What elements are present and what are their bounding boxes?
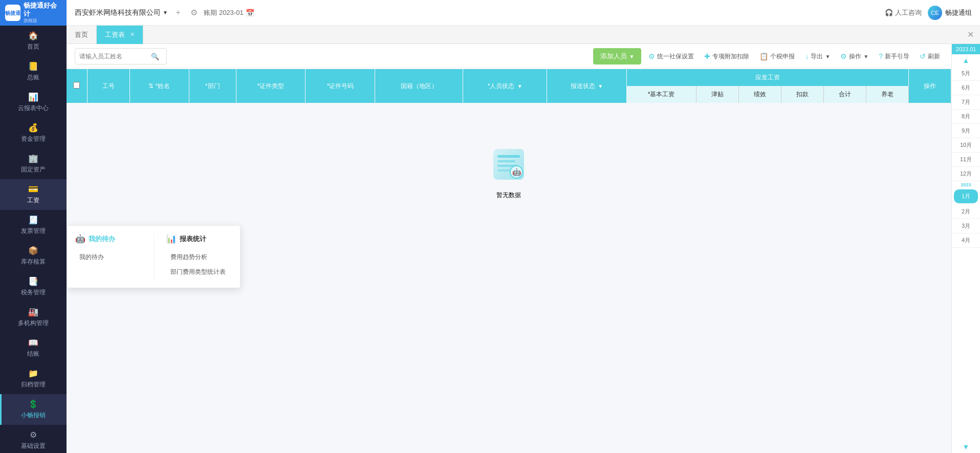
timeline-sep[interactable]: 9月 — [952, 124, 980, 138]
toolbar: 🔍 添加人员 ▼ ⚙ 统一社保设置 ✚ 专项附加扣除 📋 个税申报 — [67, 44, 951, 69]
social-insurance-label: 统一社保设置 — [657, 52, 694, 61]
timeline-apr[interactable]: 4月 — [952, 233, 980, 248]
timeline-feb[interactable]: 2月 — [952, 205, 980, 219]
operation-icon: ⚙ — [840, 52, 847, 60]
th-send-status: 报送状态 ▼ — [547, 69, 626, 103]
username-label: 畅捷通组 — [945, 8, 972, 17]
sidebar-item-home[interactable]: 🏠 首页 — [0, 26, 67, 56]
popup-menu[interactable]: 🤖 我的待办 我的待办 📊 报表统计 费用趋势分析 部门费用类型统计表 — [67, 225, 241, 288]
th-total: 合计 — [823, 86, 866, 103]
sidebar-item-finance[interactable]: 💰 资金管理 — [0, 118, 67, 148]
refresh-icon: ↺ — [920, 52, 926, 60]
sidebar-label-invoice: 发票管理 — [21, 227, 46, 235]
settings-icon: ⚙ — [30, 430, 37, 440]
sidebar-item-ledger[interactable]: 📒 总账 — [0, 56, 67, 87]
search-input[interactable] — [79, 53, 151, 60]
topbar-settings-icon[interactable]: ⚙ — [190, 8, 198, 17]
topbar-right: 🎧 人工咨询 CE 畅捷通组 — [885, 6, 972, 20]
inventory-icon: 📦 — [28, 246, 38, 255]
topbar: 西安虾米网络科技有限公司 ▼ ＋ ⚙ 账期 2023-01 📅 🎧 人工咨询 C… — [67, 0, 980, 26]
service-btn[interactable]: 🎧 人工咨询 — [885, 8, 922, 17]
sidebar-item-close[interactable]: 📖 结账 — [0, 333, 67, 363]
table-body: 🤖 暂无数据 — [67, 103, 951, 241]
popup-report-item-1[interactable]: 费用趋势分析 — [166, 250, 232, 265]
th-checkbox[interactable] — [67, 69, 87, 103]
sidebar-item-reports[interactable]: 📊 云报表中心 — [0, 87, 67, 118]
th-total-label: 合计 — [839, 91, 851, 98]
timeline-mar[interactable]: 3月 — [952, 219, 980, 233]
tab-home[interactable]: 首页 — [67, 26, 97, 44]
guide-action-label: 新手引导 — [885, 52, 909, 61]
export-btn[interactable]: ↓ 导出 ▼ — [802, 52, 833, 61]
year-2023-label: 2023 — [952, 181, 980, 188]
sidebar-item-inventory[interactable]: 📦 库存核算 — [0, 241, 67, 271]
sidebar-label-salary: 工资 — [27, 196, 39, 205]
company-dropdown-icon[interactable]: ▼ — [163, 10, 168, 15]
th-send-status-label: 报送状态 — [571, 82, 595, 90]
sidebar-item-archive[interactable]: 📁 归档管理 — [0, 363, 67, 394]
th-allowance: 津贴 — [696, 86, 738, 103]
th-name-label: *姓名 — [156, 82, 170, 90]
timeline-jan-active[interactable]: 1月 — [954, 189, 978, 204]
timeline-may[interactable]: 5月 — [952, 67, 980, 81]
salary-icon: 💳 — [28, 184, 38, 194]
special-deduction-label: 专项附加扣除 — [712, 52, 749, 61]
archive-icon: 📁 — [28, 369, 38, 378]
sidebar-item-invoice[interactable]: 🧾 发票管理 — [0, 210, 67, 241]
tab-close-icon[interactable]: ✕ — [130, 31, 135, 38]
tab-salary-label: 工资表 — [105, 30, 125, 39]
timeline-up-btn[interactable]: ▲ — [952, 54, 980, 67]
table-header-row-1: 工号 ⇅ *姓名 *部门 *证件类型 — [67, 69, 951, 86]
add-person-button[interactable]: 添加人员 ▼ — [593, 48, 641, 64]
social-insurance-btn[interactable]: ⚙ 统一社保设置 — [645, 52, 697, 61]
sidebar-item-tax[interactable]: 📑 税务管理 — [0, 271, 67, 302]
tax-report-btn[interactable]: 📋 个税申报 — [756, 52, 798, 61]
sidebar-item-multi-org[interactable]: 🏭 多机构管理 — [0, 302, 67, 333]
sidebar-item-settings[interactable]: ⚙ 基础设置 — [0, 425, 67, 453]
sidebar-label-settings: 基础设置 — [21, 442, 46, 450]
finance-icon: 💰 — [28, 123, 38, 133]
sidebar-item-expense[interactable]: 💲 小畅报销 — [0, 394, 67, 425]
timeline-dec[interactable]: 12月 — [952, 167, 980, 181]
search-icon[interactable]: 🔍 — [151, 53, 159, 60]
timeline-down-btn[interactable]: ▼ — [952, 441, 980, 453]
calendar-icon[interactable]: 📅 — [246, 9, 254, 17]
refresh-btn[interactable]: ↺ 刷新 — [917, 52, 943, 61]
select-all-checkbox[interactable] — [73, 82, 80, 89]
timeline: 2023.01 ▲ 5月 6月 7月 8月 9月 — [951, 44, 980, 453]
special-deduction-btn[interactable]: ✚ 专项附加扣除 — [701, 52, 752, 61]
timeline-oct[interactable]: 10月 — [952, 138, 980, 153]
operation-btn[interactable]: ⚙ 操作 ▼ — [837, 52, 872, 61]
close-tab-btn[interactable]: ✕ — [961, 30, 980, 39]
user-area[interactable]: CE 畅捷通组 — [928, 6, 972, 20]
guide-btn[interactable]: ? 新手引导 — [876, 52, 912, 61]
timeline-jul[interactable]: 7月 — [952, 95, 980, 110]
status-filter-icon[interactable]: ▼ — [517, 83, 522, 89]
sidebar-item-assets[interactable]: 🏢 固定资产 — [0, 148, 67, 179]
th-work-no-label: 工号 — [102, 82, 115, 90]
topbar-plus-icon[interactable]: ＋ — [174, 7, 182, 18]
social-insurance-icon: ⚙ — [648, 52, 655, 60]
th-status: *人员状态 ▼ — [463, 69, 547, 103]
sidebar-item-salary[interactable]: 💳 工资 — [0, 179, 67, 210]
popup-col-reports: 📊 报表统计 费用趋势分析 部门费用类型统计表 — [166, 234, 232, 279]
search-box: 🔍 — [75, 48, 167, 64]
popup-report-item-2[interactable]: 部门费用类型统计表 — [166, 265, 232, 279]
send-filter-icon[interactable]: ▼ — [598, 83, 603, 89]
th-base-salary: *基本工资 — [626, 86, 696, 103]
sort-icon[interactable]: ⇅ — [148, 82, 154, 90]
company-name[interactable]: 西安虾米网络科技有限公司 ▼ — [75, 8, 168, 17]
timeline-jun[interactable]: 6月 — [952, 81, 980, 95]
popup-todo-item-1[interactable]: 我的待办 — [75, 250, 141, 265]
logo-icon: 畅捷通 — [5, 5, 20, 21]
empty-state: 🤖 暂无数据 — [67, 103, 951, 241]
th-id-no: *证件号码 — [306, 69, 375, 103]
tab-salary[interactable]: 工资表 ✕ — [97, 26, 143, 44]
timeline-aug[interactable]: 8月 — [952, 110, 980, 124]
operation-label: 操作 — [849, 52, 861, 61]
reports-icon: 📊 — [28, 92, 38, 102]
sidebar-label-inventory: 库存核算 — [21, 257, 46, 266]
timeline-nov[interactable]: 11月 — [952, 153, 980, 167]
sidebar-label-reports: 云报表中心 — [18, 104, 49, 113]
th-nationality: 国籍（地区） — [375, 69, 463, 103]
